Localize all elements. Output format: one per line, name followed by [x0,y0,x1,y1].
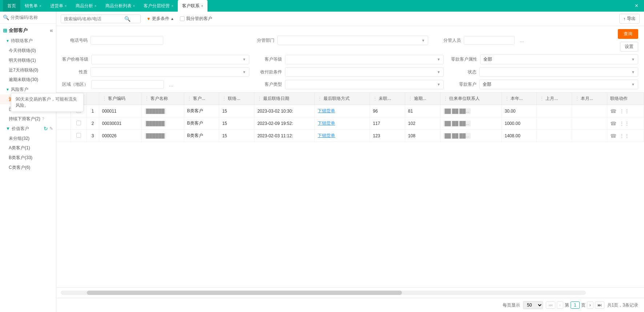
main-layout: 🔍 ⊞ 全部客户 « ▼ 待联络客户 今天待联络(0) 明天待联络(1) 近7天… [0,12,644,312]
sidebar-item-b-class[interactable]: B类客户(33) [0,153,56,163]
query-button[interactable]: 查询 [618,29,638,39]
gender-select[interactable]: ▼ [90,67,249,77]
row-unit-contact: ██ ██ ██... [440,117,502,130]
row-overdue: 108 [405,130,440,142]
zero-attr-label: 零款客户属性 [451,56,477,62]
sidebar-item-overdue-contact[interactable]: 逾期未联络(30) [0,75,56,85]
close-goods-analysis-icon[interactable]: × [94,4,97,8]
payment-select[interactable]: ▼ [285,67,444,77]
row-checkbox-cell[interactable] [71,130,86,142]
more-action-icon[interactable]: ⋮⋮ [619,133,629,139]
gender-label: 性质 [62,69,88,75]
row-checkbox[interactable] [76,133,81,138]
export-button[interactable]: ↑ 导出 [619,14,640,24]
nav-tab-goods-analysis-list[interactable]: 商品分析列表 × [101,0,140,12]
horizontal-scrollbar[interactable] [56,287,644,298]
nav-tab-goods-analysis-label: 商品分析 [76,3,93,9]
person-ellipsis-button[interactable]: ... [518,37,526,43]
close-all-button[interactable]: × [632,3,641,9]
nav-tab-customer-contact[interactable]: 客户联系 × [178,0,208,12]
contact-action-icon[interactable]: ☎ [610,133,616,139]
sidebar-item-7day-contact[interactable]: 近7天待联络(0) [0,65,56,75]
more-action-icon[interactable]: ⋮⋮ [619,121,629,126]
page-total: 共1页，3条记录 [607,302,638,308]
row-name-blurred: ██████ [145,133,166,139]
zero-attr-select[interactable]: 全部 ▼ [480,54,638,64]
my-customers-checkbox[interactable] [180,16,185,21]
more-conditions-button[interactable]: ▼ 更多条件 ▲ [144,14,177,23]
my-customers-label: 我分管的客户 [186,16,212,22]
sidebar-item-ungrouped[interactable]: 未分组(32) [0,134,56,143]
sidebar-item-today-contact[interactable]: 今天待联络(0) [0,46,56,56]
close-customer-contact-icon[interactable]: × [201,4,203,8]
sidebar-all-customers-title[interactable]: ⊞ 全部客户 « [0,25,56,36]
phone-input[interactable] [90,36,163,45]
sidebar-item-declining[interactable]: 持续下滑客户(2) ? [0,114,56,124]
nav-tab-sales[interactable]: 销售单 × [20,0,46,12]
nav-tab-purchase[interactable]: 进货单 × [46,0,71,12]
col-type: ⋮客户... [184,93,219,105]
last-method-link[interactable]: 下销货单 [318,121,335,126]
row-checkbox[interactable] [76,121,81,125]
close-purchase-icon[interactable]: × [65,4,67,8]
nav-tab-home[interactable]: 首页 [3,0,20,12]
tomorrow-contact-label: 明天待联络(1) [9,58,36,63]
edit-icon[interactable]: ✎ [49,126,53,131]
more-action-icon[interactable]: ⋮⋮ [619,108,629,114]
col-code-label: 客户编码 [108,96,125,101]
toolbar-search-input[interactable] [64,16,122,21]
contact-action-icon[interactable]: ☎ [610,108,616,114]
scrollbar-thumb[interactable] [87,291,402,295]
my-customers-checkbox-group[interactable]: 我分管的客户 [180,16,212,22]
last-page-button[interactable]: ⏭ [595,301,604,309]
churn-section-label: 风险客户 [11,86,28,93]
nav-tab-goods-analysis[interactable]: 商品分析 × [71,0,101,12]
dept-select[interactable]: ▼ [277,36,428,45]
sidebar-search-input[interactable] [11,15,56,20]
per-page-select[interactable]: 50 100 200 [523,301,543,309]
col-contact-label: 联络... [228,96,240,101]
first-page-button[interactable]: ⏮ [546,301,555,309]
row-checkbox-cell[interactable] [71,117,86,130]
status-select[interactable]: ▼ [479,67,638,77]
region-label: 区域（地区） [62,81,88,88]
close-sales-icon[interactable]: × [39,4,41,8]
person-input[interactable] [464,36,515,45]
zero-customer-select[interactable]: 全部 ▼ [479,80,638,89]
prev-page-button[interactable]: ‹ [557,301,563,309]
sidebar-item-a-class[interactable]: A类客户(1) [0,143,56,153]
region-input[interactable] [91,80,164,89]
contact-action-icon[interactable]: ☎ [610,121,616,126]
level-select[interactable]: ▼ [285,55,444,64]
customer-type-select[interactable]: ▼ [285,80,444,89]
col-action: 联络动作 [607,93,644,105]
toolbar-search-button[interactable]: 🔍 [124,16,130,22]
price-level-select[interactable]: ▼ [91,55,249,64]
settings-button[interactable]: 设置 [620,42,638,52]
sidebar-item-tomorrow-contact[interactable]: 明天待联络(1) [0,56,56,65]
col-contact-resize: ⋮ [222,96,226,101]
row-last-method[interactable]: 下销货单 [315,105,370,117]
sidebar-value-group[interactable]: ▼ 价值客户 ↻ ✎ [0,124,56,134]
nav-tab-customer-layer-label: 客户分层经营 [144,3,170,9]
scrollbar-track[interactable] [61,291,586,295]
nav-tab-customer-layer[interactable]: 客户分层经营 × [139,0,178,12]
close-goods-list-icon[interactable]: × [133,4,135,8]
region-ellipsis-button[interactable]: ... [167,82,176,88]
last-method-link[interactable]: 下销货单 [318,108,335,113]
filter-field-person: 分管人员 ... [435,36,615,45]
sidebar-collapse-button[interactable]: « [50,27,53,34]
row-last-method[interactable]: 下销货单 [315,130,370,142]
row-last-method[interactable]: 下销货单 [315,117,370,130]
next-page-button[interactable]: › [587,301,593,309]
current-page: 1 [571,301,580,309]
pagination: 每页显示 50 100 200 ⏮ ‹ 第 1 页 › ⏭ 共1页，3条记录 [56,298,644,312]
last-method-link[interactable]: 下销货单 [318,133,335,138]
sidebar-pending-group[interactable]: ▼ 待联络客户 [0,36,56,46]
row-unit-contact-blurred: ██ ██ ██... [443,121,471,126]
action-icons-group: ☎ ⋮⋮ [610,108,641,114]
refresh-icon[interactable]: ↻ [44,126,48,131]
close-customer-layer-icon[interactable]: × [171,4,173,8]
sidebar-item-c-class[interactable]: C类客户(6) [0,163,56,173]
row-contact-count: 15 [219,130,254,142]
